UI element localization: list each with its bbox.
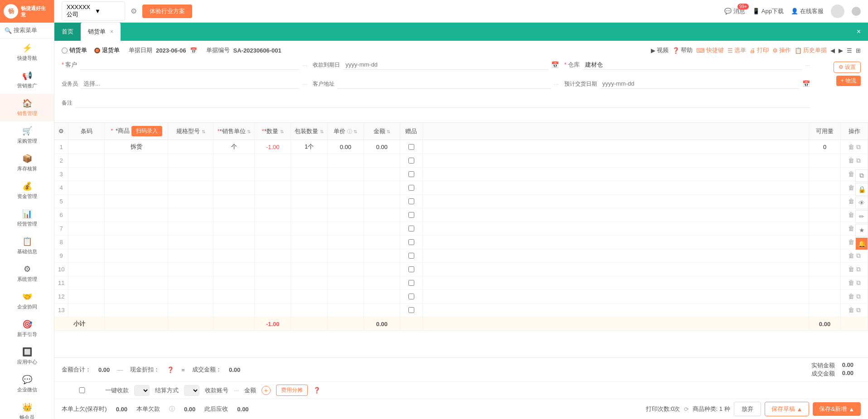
cell-qty-1[interactable] — [255, 154, 291, 168]
copy-icon-12[interactable]: ⧉ — [856, 306, 861, 314]
cell-price-10[interactable] — [327, 276, 364, 290]
delete-icon-3[interactable]: 🗑 — [848, 184, 854, 192]
cell-spec-7[interactable] — [168, 236, 213, 249]
gift-checkbox-10[interactable] — [408, 280, 414, 286]
expected-date-input[interactable] — [600, 79, 800, 89]
save-draft-button[interactable]: 保存草稿 ▲ — [765, 402, 809, 416]
cell-barcode-12[interactable] — [68, 303, 105, 317]
cell-amount-12[interactable] — [364, 303, 400, 317]
cell-packqty-6[interactable] — [291, 222, 328, 236]
copy-icon-0[interactable]: ⧉ — [856, 143, 861, 151]
cell-amount-10[interactable] — [364, 276, 400, 290]
cell-amount-4[interactable] — [364, 195, 400, 208]
action-select[interactable]: ☰ 选单 — [727, 46, 746, 54]
cell-gift-4[interactable] — [400, 195, 422, 208]
radio-sale[interactable]: 销货单 — [62, 46, 87, 54]
cell-amount-2[interactable] — [364, 168, 400, 181]
cell-price-7[interactable] — [327, 236, 364, 249]
right-float-copy[interactable]: ⧉ — [855, 169, 868, 182]
cell-unit-2[interactable] — [213, 168, 255, 181]
save-new-button[interactable]: 保存&新增 ▲ — [813, 402, 861, 416]
cell-gift-5[interactable] — [400, 208, 422, 222]
expense-help-icon[interactable]: ❓ — [313, 387, 320, 394]
barcode-input-9[interactable] — [73, 266, 100, 273]
cell-packqty-5[interactable] — [291, 208, 328, 222]
right-float-eye[interactable]: 👁 — [855, 197, 868, 209]
nav-prev-icon[interactable]: ◀ — [830, 47, 835, 54]
cell-barcode-4[interactable] — [68, 195, 105, 208]
delete-icon-1[interactable]: 🗑 — [848, 157, 854, 164]
action-video[interactable]: ▶ 视频 — [651, 46, 669, 54]
gift-checkbox-5[interactable] — [408, 212, 414, 218]
cell-spec-6[interactable] — [168, 222, 213, 236]
right-float-edit[interactable]: ✏ — [855, 210, 868, 223]
delete-icon-9[interactable]: 🗑 — [848, 265, 854, 273]
barcode-input-3[interactable] — [73, 184, 100, 191]
cell-amount-1[interactable] — [364, 154, 400, 168]
cell-amount-5[interactable] — [364, 208, 400, 222]
cell-qty-7[interactable] — [255, 236, 291, 249]
view-list-icon[interactable]: ☰ — [847, 47, 852, 54]
messages-button[interactable]: 💬 消息 99+ — [724, 7, 745, 15]
action-help[interactable]: ❓ 帮助 — [672, 46, 693, 54]
discard-button[interactable]: 放弃 — [734, 402, 761, 416]
cell-price-0[interactable]: 0.00 — [327, 140, 364, 154]
cell-spec-5[interactable] — [168, 208, 213, 222]
window-close-button[interactable]: × — [849, 28, 868, 36]
barcode-input-5[interactable] — [73, 212, 100, 218]
recalc-icon[interactable]: ⟳ — [684, 406, 689, 413]
cell-product-1[interactable] — [105, 154, 168, 168]
cell-amount-3[interactable] — [364, 181, 400, 195]
cell-unit-8[interactable] — [213, 249, 255, 263]
cell-price-11[interactable] — [327, 290, 364, 303]
cell-qty-5[interactable] — [255, 208, 291, 222]
copy-icon-11[interactable]: ⧉ — [856, 293, 861, 300]
cell-price-3[interactable] — [327, 181, 364, 195]
barcode-input-8[interactable] — [73, 252, 100, 259]
cell-unit-3[interactable] — [213, 181, 255, 195]
cell-unit-11[interactable] — [213, 290, 255, 303]
cell-product-8[interactable] — [105, 249, 168, 263]
cell-price-5[interactable] — [327, 208, 364, 222]
cell-barcode-3[interactable] — [68, 181, 105, 195]
cell-amount-0[interactable]: 0.00 — [364, 140, 400, 154]
cell-price-9[interactable] — [327, 263, 364, 276]
cell-barcode-10[interactable] — [68, 276, 105, 290]
cell-packqty-2[interactable] — [291, 168, 328, 181]
barcode-input-2[interactable] — [73, 171, 100, 178]
barcode-input-11[interactable] — [73, 293, 100, 300]
cell-qty-8[interactable] — [255, 249, 291, 263]
sidebar-item-collab[interactable]: 🤝企业协同 — [0, 287, 54, 315]
delete-icon-8[interactable]: 🗑 — [848, 252, 854, 260]
cell-price-6[interactable] — [327, 222, 364, 236]
cell-product-3[interactable] — [105, 181, 168, 195]
cell-barcode-5[interactable] — [68, 208, 105, 222]
logistics-button[interactable]: + 物流 — [836, 76, 861, 86]
view-grid-icon[interactable]: ⊞ — [856, 47, 861, 54]
gift-checkbox-11[interactable] — [408, 294, 414, 299]
cell-product-10[interactable] — [105, 276, 168, 290]
radio-return[interactable]: 退货单 — [94, 46, 120, 54]
warehouse-dots[interactable]: ··· — [805, 62, 810, 68]
cell-product-12[interactable] — [105, 303, 168, 317]
user-avatar-small[interactable] — [852, 7, 861, 16]
customer-input[interactable] — [80, 60, 300, 70]
cell-amount-8[interactable] — [364, 249, 400, 263]
cell-price-12[interactable] — [327, 303, 364, 317]
delete-icon-5[interactable]: 🗑 — [848, 211, 854, 219]
cell-unit-6[interactable] — [213, 222, 255, 236]
account-dots[interactable]: ··· — [234, 387, 239, 394]
cell-spec-0[interactable] — [168, 140, 213, 154]
cell-packqty-10[interactable] — [291, 276, 328, 290]
expected-date-calendar-icon[interactable]: 📅 — [802, 80, 810, 87]
cell-qty-2[interactable] — [255, 168, 291, 181]
copy-icon-8[interactable]: ⧉ — [856, 252, 861, 260]
barcode-input-10[interactable] — [73, 279, 100, 286]
sidebar-item-inventory[interactable]: 📦库存核算 — [0, 149, 54, 177]
cell-barcode-0[interactable] — [68, 140, 105, 154]
cell-gift-12[interactable] — [400, 303, 422, 317]
add-payment-button[interactable]: + — [262, 386, 271, 395]
sidebar-item-system[interactable]: ⚙系统管理 — [0, 260, 54, 287]
cell-gift-11[interactable] — [400, 290, 422, 303]
delete-icon-0[interactable]: 🗑 — [848, 143, 854, 151]
